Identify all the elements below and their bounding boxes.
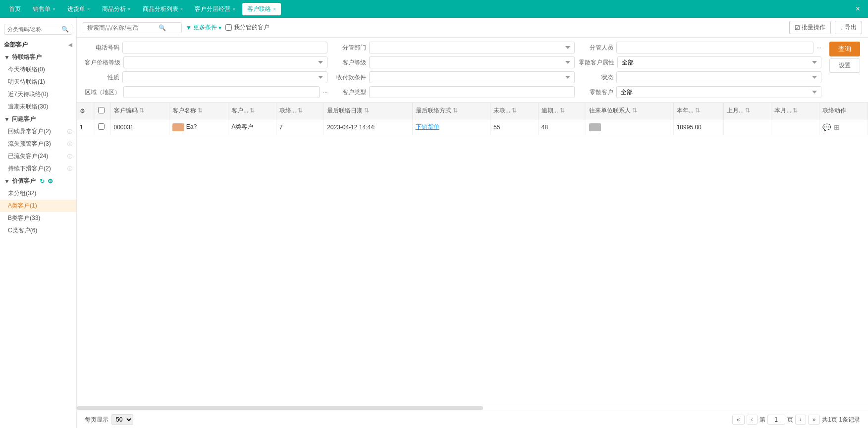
sidebar-item-repurchase[interactable]: 回购异常客户(2) ⓘ xyxy=(0,125,76,138)
my-customers-checkbox[interactable]: 我分管的客户 xyxy=(225,23,270,32)
filter-search-input[interactable] xyxy=(87,24,157,31)
filter-search-icon[interactable]: 🔍 xyxy=(159,24,166,31)
sidebar-value-group[interactable]: ▼ 价值客户 ↻ ⚙ xyxy=(0,175,76,187)
page-input[interactable] xyxy=(767,415,785,425)
nav-sales-close[interactable]: × xyxy=(53,6,55,12)
customer-tier-select[interactable] xyxy=(369,56,574,68)
sidebar-all-customers[interactable]: 全部客户 ◀ xyxy=(0,39,76,51)
nav-purchase-close[interactable]: × xyxy=(87,6,90,12)
col-unit-contact[interactable]: 往来单位联系人⇅ xyxy=(586,103,673,119)
phone-input[interactable] xyxy=(122,42,327,54)
sort-unit-icon[interactable]: ⇅ xyxy=(632,107,637,114)
sort-code-icon[interactable]: ⇅ xyxy=(139,107,144,114)
row-check[interactable] xyxy=(98,123,105,130)
horizontal-scrollbar[interactable] xyxy=(77,405,868,411)
col-current-year[interactable]: 本年...⇅ xyxy=(673,103,723,119)
col-last-month[interactable]: 上月...⇅ xyxy=(724,103,771,119)
sort-uncontacted-icon[interactable]: ⇅ xyxy=(512,107,517,114)
chat-icon[interactable]: 💬 xyxy=(822,123,831,131)
last-page-button[interactable]: » xyxy=(808,415,820,425)
col-type[interactable]: 客户...⇅ xyxy=(228,103,276,119)
col-last-date[interactable]: 最后联络日期⇅ xyxy=(324,103,413,119)
filter-search-box[interactable]: 🔍 xyxy=(83,22,182,33)
nav-product-list[interactable]: 商品分析列表 × xyxy=(138,3,188,15)
first-page-button[interactable]: « xyxy=(732,415,745,425)
value-group-refresh-icon[interactable]: ↻ xyxy=(40,178,45,185)
sidebar-search-box[interactable]: 🔍 xyxy=(4,24,72,35)
sidebar-item-declining[interactable]: 持续下滑客户(2) ⓘ xyxy=(0,162,76,175)
nav-purchase[interactable]: 进货单 × xyxy=(62,3,95,15)
nature-select-wrapper[interactable] xyxy=(122,71,327,83)
status-select-wrapper[interactable] xyxy=(616,71,821,83)
nav-home[interactable]: 首页 xyxy=(4,3,26,15)
sort-method-icon[interactable]: ⇅ xyxy=(453,107,458,114)
col-settings[interactable]: ⚙ xyxy=(77,103,95,119)
export-button[interactable]: ↓ 导出 xyxy=(835,21,862,34)
sidebar-item-lost[interactable]: 已流失客户(24) ⓘ xyxy=(0,150,76,162)
sidebar-item-c-class[interactable]: C类客户(6) xyxy=(0,224,76,237)
nav-customer-tier-close[interactable]: × xyxy=(232,6,235,12)
price-tier-select-wrapper[interactable] xyxy=(123,56,327,68)
status-select[interactable] xyxy=(616,71,821,83)
sort-contact-icon[interactable]: ⇅ xyxy=(298,107,303,114)
settings-button[interactable]: 设置 xyxy=(829,58,860,73)
sidebar-item-a-class[interactable]: A类客户(1) xyxy=(0,200,76,212)
payment-select[interactable] xyxy=(369,71,574,83)
customer-type-input[interactable] xyxy=(369,86,574,98)
my-customers-check[interactable] xyxy=(225,24,232,31)
col-last-method[interactable]: 最后联络方式⇅ xyxy=(412,103,490,119)
batch-op-button[interactable]: ☑ 批量操作 xyxy=(789,21,831,34)
nav-customer-tier[interactable]: 客户分层经营 × xyxy=(190,3,240,15)
nav-product-list-close[interactable]: × xyxy=(180,6,183,12)
sort-date-icon[interactable]: ⇅ xyxy=(364,107,369,114)
col-overdue[interactable]: 逾期...⇅ xyxy=(538,103,586,119)
sidebar-pending-group[interactable]: ▼ 待联络客户 xyxy=(0,51,76,63)
col-current-month[interactable]: 本月...⇅ xyxy=(771,103,819,119)
value-group-settings-icon[interactable]: ⚙ xyxy=(48,178,53,185)
region-input[interactable] xyxy=(123,86,320,98)
sidebar-item-7days[interactable]: 近7天待联络(0) xyxy=(0,88,76,101)
query-button[interactable]: 查询 xyxy=(829,42,860,56)
region-ellipsis[interactable]: ··· xyxy=(323,89,327,96)
last-method-link[interactable]: 下销货单 xyxy=(416,123,439,130)
next-page-button[interactable]: › xyxy=(795,415,806,425)
nav-sales[interactable]: 销售单 × xyxy=(28,3,60,15)
prev-page-button[interactable]: ‹ xyxy=(747,415,758,425)
dept-select-wrapper[interactable] xyxy=(369,42,574,54)
nav-product-analysis[interactable]: 商品分析 × xyxy=(97,3,136,15)
manager-input[interactable] xyxy=(616,42,814,54)
sort-cmonth-icon[interactable]: ⇅ xyxy=(793,107,798,114)
nav-customer-contact[interactable]: 客户联络 × xyxy=(242,3,281,15)
sidebar-search-icon[interactable]: 🔍 xyxy=(61,26,69,33)
manager-ellipsis[interactable]: ··· xyxy=(816,44,821,51)
sidebar-item-tomorrow[interactable]: 明天待联络(1) xyxy=(0,76,76,88)
more-conditions-button[interactable]: ▼ 更多条件 ▾ xyxy=(186,23,221,32)
col-contact-count[interactable]: 联络...⇅ xyxy=(276,103,324,119)
nav-product-analysis-close[interactable]: × xyxy=(128,6,131,12)
page-size-select[interactable]: 50 xyxy=(111,414,133,425)
sort-name-icon[interactable]: ⇅ xyxy=(198,107,203,114)
sort-overdue-icon[interactable]: ⇅ xyxy=(560,107,565,114)
sidebar-item-overdue[interactable]: 逾期未联络(30) xyxy=(0,101,76,113)
sidebar-item-unclassified[interactable]: 未分组(32) xyxy=(0,187,76,200)
scatter-select[interactable]: 全部 xyxy=(616,86,821,98)
scatter-select-wrapper[interactable]: 全部 xyxy=(616,86,821,98)
price-tier-select[interactable] xyxy=(123,56,327,68)
payment-select-wrapper[interactable] xyxy=(369,71,574,83)
row-checkbox[interactable] xyxy=(95,119,110,135)
sidebar-item-b-class[interactable]: B类客户(33) xyxy=(0,212,76,224)
nature-select[interactable] xyxy=(122,71,327,83)
row-last-method[interactable]: 下销货单 xyxy=(412,119,490,135)
grid-icon[interactable]: ⊞ xyxy=(834,123,840,131)
nav-close-all-button[interactable]: × xyxy=(852,2,864,15)
sort-lmonth-icon[interactable]: ⇅ xyxy=(745,107,750,114)
col-code[interactable]: 客户编码⇅ xyxy=(110,103,169,119)
dept-select[interactable] xyxy=(369,42,574,54)
scatter-attr-select-wrapper[interactable]: 全部 xyxy=(617,56,821,68)
col-checkbox[interactable] xyxy=(95,103,110,119)
scatter-attr-select[interactable]: 全部 xyxy=(617,56,821,68)
sidebar-search-input[interactable] xyxy=(7,26,59,32)
col-uncontacted[interactable]: 未联...⇅ xyxy=(490,103,538,119)
nav-customer-contact-close[interactable]: × xyxy=(273,6,276,12)
sidebar-item-today[interactable]: 今天待联络(0) xyxy=(0,63,76,76)
